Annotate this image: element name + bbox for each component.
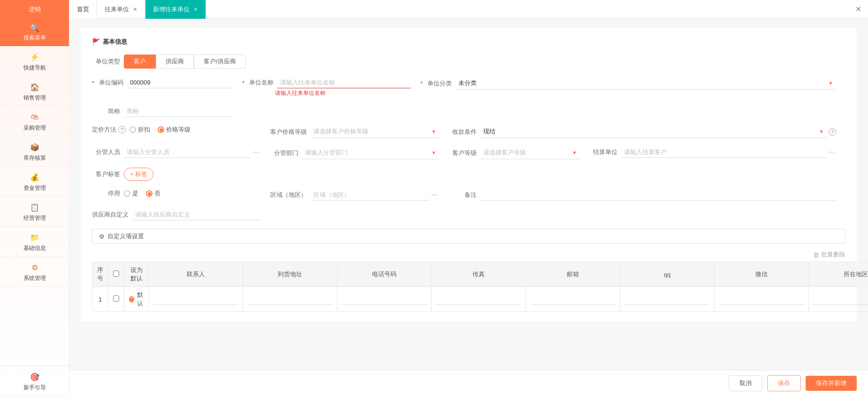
col-check	[108, 262, 124, 287]
tag-add-label: + 标签	[130, 170, 147, 179]
department-arrow: ▼	[431, 150, 436, 155]
payment-terms-select[interactable]: 现结 ▼	[480, 125, 827, 138]
customer-tag-field: 客户标签 + 标签	[92, 168, 845, 181]
customer-tag-row: 客户标签 + 标签	[92, 168, 845, 181]
pricing-radio-price-level[interactable]: 价格等级	[158, 125, 190, 134]
action-bar: 取消 保存 保存并新增	[69, 370, 868, 396]
row-wechat[interactable]	[715, 287, 809, 312]
settlement-unit-label: 结算单位	[589, 148, 617, 156]
tag-add-button[interactable]: + 标签	[124, 168, 153, 181]
short-name-input[interactable]	[124, 106, 233, 117]
header-checkbox[interactable]	[113, 271, 119, 277]
row-contact[interactable]	[149, 287, 243, 312]
payment-help-icon[interactable]: ?	[829, 128, 836, 136]
sidebar-item-label-quick-nav: 快捷导航	[23, 64, 46, 72]
section-title-text: 基本信息	[103, 38, 127, 46]
sidebar-item-label-sales: 销售管理	[23, 94, 46, 102]
save-new-button[interactable]: 保存并新增	[806, 376, 857, 391]
disabled-yes-label: 是	[132, 189, 138, 198]
unit-code-label: 单位编码	[95, 78, 123, 87]
wechat-input[interactable]	[719, 294, 804, 305]
col-email: 邮箱	[526, 262, 620, 287]
sidebar-item-basic-info[interactable]: 📁 基础信息	[0, 226, 69, 256]
row-checkbox[interactable]	[113, 295, 119, 302]
short-name-label: 简称	[92, 107, 120, 116]
unit-name-row: * 单位名称	[242, 77, 411, 88]
col-wechat: 微信	[715, 262, 809, 287]
department-select[interactable]: 请输入分管部门 ▼	[302, 147, 439, 159]
row-fax[interactable]	[432, 287, 526, 312]
type-btn-customer[interactable]: 客户	[124, 54, 156, 69]
customer-level-select[interactable]: 请选择客户等级 ▼	[480, 147, 580, 159]
custom-settings-button[interactable]: ⚙ 自定义项设置	[92, 229, 845, 244]
pricing-help-icon[interactable]: ?	[118, 126, 126, 133]
table-header-row: 序号 设为默认 联系人 到货地址 电话号码 传真 邮箱 qq 微信 所在地区 操…	[92, 262, 868, 287]
sidebar-item-search-menu[interactable]: 🔍 搜索菜单	[0, 19, 69, 46]
sidebar-item-label-basic: 基础信息	[23, 244, 46, 252]
tab-trade-units-close[interactable]: ✕	[133, 6, 137, 13]
row-region-input[interactable]	[814, 294, 868, 305]
payment-terms-arrow: ▼	[819, 129, 824, 134]
tab-new-trade-unit[interactable]: 新增往来单位 ✕	[145, 0, 206, 19]
email-input[interactable]	[531, 294, 615, 305]
contact-input[interactable]	[153, 294, 238, 305]
tab-home-label: 首页	[77, 5, 89, 14]
row-default-circle	[129, 296, 134, 303]
disabled-radio-yes[interactable]: 是	[124, 189, 138, 198]
supplier-custom-input[interactable]	[132, 209, 261, 220]
tab-home[interactable]: 首页	[69, 0, 97, 19]
sidebar-item-purchase-mgmt[interactable]: 🛍 采购管理	[0, 106, 69, 136]
row-qq[interactable]	[620, 287, 715, 312]
cancel-button[interactable]: 取消	[729, 375, 762, 391]
home-icon: 🏠	[30, 82, 40, 92]
price-level-label: 价格等级	[166, 125, 190, 134]
disabled-radio-no[interactable]: 否	[146, 189, 160, 198]
save-button[interactable]: 保存	[767, 375, 801, 391]
row-region[interactable]	[809, 287, 868, 312]
region-input[interactable]	[311, 189, 429, 201]
manager-input[interactable]	[124, 147, 251, 158]
disabled-no-label: 否	[154, 189, 160, 198]
type-btn-both[interactable]: 客户/供应商	[194, 54, 246, 69]
unit-info-row: * 单位编码 * 单位名称 请输入往来单位名称 * 单位分类	[92, 77, 845, 97]
unit-category-label: 单位分类	[424, 79, 452, 88]
manager-ellipsis[interactable]: ···	[251, 148, 261, 156]
address-input[interactable]	[248, 294, 332, 305]
unit-code-input[interactable]	[127, 77, 233, 88]
region-ellipsis[interactable]: ···	[429, 191, 439, 199]
phone-input[interactable]	[342, 294, 426, 305]
remark-input[interactable]	[480, 189, 836, 201]
row-email[interactable]	[526, 287, 620, 312]
tab-new-trade-unit-close[interactable]: ✕	[193, 6, 198, 13]
remark-field: 备注	[449, 189, 845, 201]
unit-type-field: 单位类型 客户 供应商 客户/供应商	[92, 54, 845, 69]
fax-input[interactable]	[436, 294, 521, 305]
sidebar-item-sales-mgmt[interactable]: 🏠 销售管理	[0, 76, 69, 106]
sidebar-item-quick-nav[interactable]: ⚡ 快捷导航	[0, 46, 69, 76]
qq-input[interactable]	[625, 294, 709, 305]
type-buttons-group: 客户 供应商 客户/供应商	[124, 54, 246, 69]
type-btn-supplier[interactable]: 供应商	[156, 54, 194, 69]
batch-delete-icon: 🗑	[813, 251, 819, 258]
sidebar-item-finance-mgmt[interactable]: 💰 资金管理	[0, 166, 69, 196]
row-phone[interactable]	[337, 287, 432, 312]
sidebar-item-beginner[interactable]: 🎯 新手引导	[0, 366, 69, 396]
sidebar-item-label-finance: 资金管理	[23, 184, 46, 192]
customer-price-level-select[interactable]: 请选择客户价格等级 ▼	[311, 125, 439, 138]
settlement-unit-input[interactable]	[621, 147, 826, 158]
tab-bar-close-btn[interactable]: ✕	[849, 5, 868, 14]
sidebar-item-sys-mgmt[interactable]: ⚙ 系统管理	[0, 256, 69, 287]
tab-trade-units[interactable]: 往来单位 ✕	[97, 0, 145, 19]
batch-delete-button[interactable]: 🗑 批量删除	[813, 250, 845, 259]
row-address[interactable]	[243, 287, 337, 312]
sidebar-item-inventory[interactable]: 📦 库存核算	[0, 136, 69, 166]
unit-name-input[interactable]	[277, 77, 411, 88]
row-default-radio[interactable]: 默认	[129, 291, 144, 308]
pricing-radio-group: 折扣 价格等级	[129, 125, 190, 134]
disabled-label: 停用	[92, 189, 120, 198]
pricing-radio-discount[interactable]: 折扣	[129, 125, 150, 134]
unit-cat-required: *	[420, 80, 423, 87]
settlement-ellipsis[interactable]: ···	[826, 148, 836, 156]
sidebar-item-ops-mgmt[interactable]: 📋 经营管理	[0, 196, 69, 226]
unit-category-select[interactable]: 未分类 ▼	[456, 77, 836, 90]
